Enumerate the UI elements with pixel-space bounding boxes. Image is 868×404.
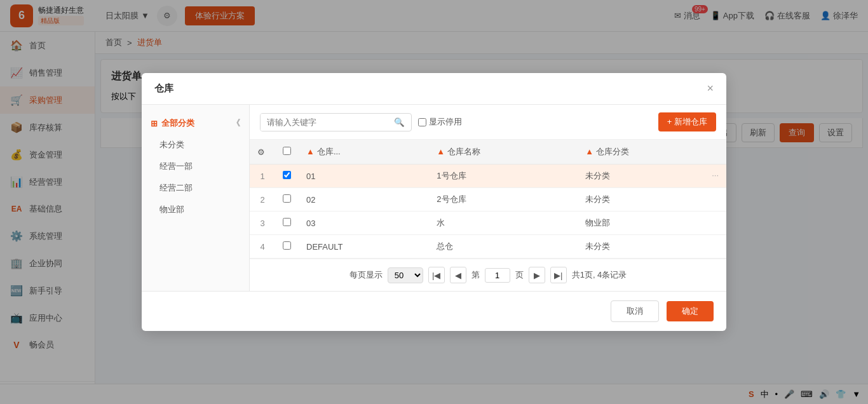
select-all-checkbox[interactable]	[283, 147, 291, 155]
grid-icon: ⊞	[151, 119, 158, 128]
warehouse-code: DEFAULT	[299, 235, 429, 259]
warehouse-code: 03	[299, 212, 429, 235]
show-disabled-checkbox[interactable]	[418, 118, 426, 126]
warehouse-name: 总仓	[429, 235, 578, 259]
search-button[interactable]: 🔍	[388, 114, 411, 131]
warehouse-code: 01	[299, 165, 429, 188]
row-num: 2	[250, 188, 275, 212]
modal-main: 🔍 显示停用 + 新增仓库 ⚙	[250, 105, 726, 291]
row-num: 3	[250, 212, 275, 235]
modal-title: 仓库	[154, 83, 173, 95]
search-input[interactable]	[261, 114, 388, 131]
row-checkbox[interactable]	[283, 241, 291, 250]
category-item-ops1[interactable]: 经营一部	[142, 156, 249, 177]
table-row[interactable]: 4 DEFAULT 总仓 未分类	[250, 235, 726, 259]
collapse-button[interactable]: 《	[232, 118, 240, 129]
row-checkbox[interactable]	[283, 218, 291, 226]
modal-body: ⊞ 全部分类 《 未分类 经营一部 经营二部 物业部 🔍	[142, 105, 726, 291]
warehouse-name: 水	[429, 212, 578, 235]
col-name: ▲仓库名称	[429, 140, 578, 165]
row-num: 1	[250, 165, 275, 188]
category-sidebar: ⊞ 全部分类 《 未分类 经营一部 经营二部 物业部	[142, 105, 250, 291]
confirm-button[interactable]: 确定	[667, 301, 714, 321]
modal-close-button[interactable]: ×	[707, 82, 714, 95]
table-row[interactable]: 1 01 1号仓库 未分类 ···	[250, 165, 726, 188]
category-item-ops2[interactable]: 经营二部	[142, 177, 249, 199]
warehouse-code: 02	[299, 188, 429, 212]
cancel-button[interactable]: 取消	[611, 300, 659, 322]
warehouse-category: 未分类 ···	[578, 165, 726, 188]
add-warehouse-button[interactable]: + 新增仓库	[658, 112, 716, 131]
warehouse-table: ⚙ ▲仓库... ▲仓库名称 ▲仓库分类 1 01	[250, 140, 726, 259]
per-page-select[interactable]: 50 100	[388, 267, 423, 283]
col-code: ▲仓库...	[299, 140, 429, 165]
warehouse-category: 未分类	[578, 188, 726, 212]
category-item-unclassified[interactable]: 未分类	[142, 134, 249, 156]
modal-toolbar: 🔍 显示停用 + 新增仓库	[250, 105, 726, 140]
row-checkbox[interactable]	[283, 171, 291, 179]
row-actions[interactable]: ···	[712, 170, 719, 180]
search-input-wrap: 🔍	[260, 113, 412, 131]
category-item-property[interactable]: 物业部	[142, 199, 249, 220]
table-row[interactable]: 3 03 水 物业部	[250, 212, 726, 235]
warehouse-modal: 仓库 × ⊞ 全部分类 《 未分类 经营一部 经营二部 物业部	[142, 73, 726, 331]
warehouse-category: 物业部	[578, 212, 726, 235]
warehouse-category: 未分类	[578, 235, 726, 259]
last-page-button[interactable]: ▶|	[550, 267, 567, 283]
modal-actions: 取消 确定	[142, 291, 726, 331]
first-page-button[interactable]: |◀	[428, 267, 445, 283]
col-settings: ⚙	[250, 140, 275, 165]
modal-header: 仓库 ×	[142, 73, 726, 105]
table-row[interactable]: 2 02 2号仓库 未分类	[250, 188, 726, 212]
warehouse-name: 2号仓库	[429, 188, 578, 212]
pagination: 每页显示 50 100 |◀ ◀ 第 页 ▶ ▶| 共1页, 4条记录	[250, 259, 726, 291]
row-checkbox[interactable]	[283, 194, 291, 203]
warehouse-name: 1号仓库	[429, 165, 578, 188]
col-category: ▲仓库分类	[578, 140, 726, 165]
col-checkbox	[275, 140, 299, 165]
all-categories-item[interactable]: ⊞ 全部分类 《	[142, 112, 249, 134]
page-number-input[interactable]	[485, 268, 510, 283]
next-page-button[interactable]: ▶	[529, 267, 545, 283]
show-disabled-label[interactable]: 显示停用	[418, 116, 462, 128]
prev-page-button[interactable]: ◀	[450, 267, 466, 283]
row-num: 4	[250, 235, 275, 259]
modal-overlay: 仓库 × ⊞ 全部分类 《 未分类 经营一部 经营二部 物业部	[0, 0, 868, 404]
